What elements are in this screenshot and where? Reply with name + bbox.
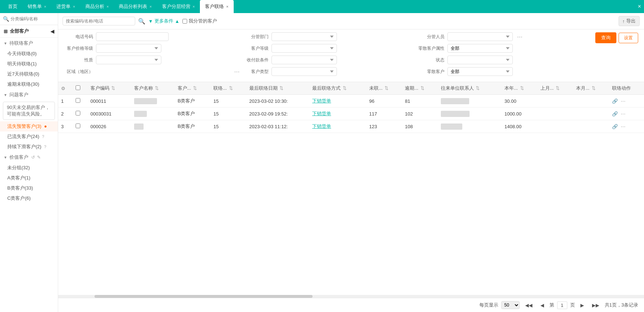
row-checkbox-cell[interactable]	[73, 120, 88, 133]
sidebar-item-overdue-contact[interactable]: 逾期未联络(30)	[0, 79, 58, 89]
query-button[interactable]: 查询	[595, 32, 616, 43]
select-all-checkbox[interactable]	[76, 85, 80, 90]
filter-phone-input[interactable]	[96, 32, 169, 41]
th-this-year[interactable]: 本年... ⇅	[502, 82, 537, 95]
tab-product-analysis-close[interactable]: ×	[106, 4, 109, 9]
th-uncontacted[interactable]: 未联... ⇅	[366, 82, 402, 95]
filter-price-level-select[interactable]	[96, 44, 161, 53]
value-refresh-icon[interactable]: ↺	[31, 155, 35, 160]
tab-customer-contact[interactable]: 客户联络 ×	[200, 0, 233, 13]
last-month-sort-icon[interactable]: ⇅	[556, 85, 560, 91]
row-checkbox-cell[interactable]	[73, 108, 88, 120]
row-checkbox[interactable]	[76, 98, 80, 103]
sidebar-item-churn-warning[interactable]: 流失预警客户(3) ●	[0, 121, 58, 131]
tab-sales[interactable]: 销售单 ×	[23, 0, 51, 13]
name-sort-icon[interactable]: ⇅	[155, 85, 159, 91]
tab-customer-contact-close[interactable]: ×	[226, 4, 228, 9]
th-unit-contacts[interactable]: 往来单位联系人 ⇅	[438, 82, 502, 95]
th-settings[interactable]: ⚙	[58, 82, 73, 95]
next-page-button[interactable]: ▶	[578, 301, 587, 309]
search-button[interactable]: 🔍	[138, 18, 145, 25]
collapse-icon[interactable]: ◀	[51, 29, 54, 34]
search-input[interactable]	[63, 17, 135, 25]
per-page-select[interactable]: 50 20 100	[501, 301, 520, 309]
filter-region-ellipsis[interactable]: ···	[234, 68, 240, 76]
export-button[interactable]: ↑ 导出	[619, 16, 640, 26]
uncontacted-sort-icon[interactable]: ⇅	[385, 85, 389, 91]
this-year-sort-icon[interactable]: ⇅	[520, 85, 524, 91]
last-contact-date-sort-icon[interactable]: ⇅	[279, 85, 283, 91]
my-customers-checkbox-label[interactable]: 我分管的客户	[182, 18, 217, 24]
window-close-button[interactable]: ×	[638, 3, 641, 10]
filter-customer-type-select[interactable]	[271, 67, 337, 76]
row-checkbox[interactable]	[76, 123, 80, 128]
tab-sales-close[interactable]: ×	[44, 4, 46, 9]
th-last-month[interactable]: 上月... ⇅	[538, 82, 573, 95]
tab-purchase-close[interactable]: ×	[73, 4, 75, 9]
sidebar-all-customers[interactable]: ⊞ 全部客户 ◀	[0, 25, 58, 38]
last-contact-method-sort-icon[interactable]: ⇅	[343, 85, 347, 91]
sidebar-section-pending[interactable]: ▼ 待联络客户	[0, 38, 58, 49]
code-sort-icon[interactable]: ⇅	[111, 85, 115, 91]
row-checkbox[interactable]	[76, 111, 80, 116]
th-contact[interactable]: 联络... ⇅	[210, 82, 246, 95]
sidebar-item-class-c[interactable]: C类客户(6)	[0, 193, 58, 203]
gear-icon[interactable]: ⚙	[61, 86, 65, 91]
filter-payment-select[interactable]	[271, 56, 337, 64]
action-more-icon[interactable]: ⋯	[621, 111, 625, 117]
th-last-contact-date[interactable]: 最后联络日期 ⇅	[246, 82, 309, 95]
th-overdue[interactable]: 逾期... ⇅	[402, 82, 438, 95]
tab-customer-segment-close[interactable]: ×	[193, 4, 195, 9]
th-name[interactable]: 客户名称 ⇅	[131, 82, 175, 95]
more-filters-button[interactable]: ▼ 更多条件 ▲	[148, 18, 180, 24]
tab-purchase[interactable]: 进货单 ×	[51, 0, 80, 13]
th-this-month[interactable]: 本月... ⇅	[573, 82, 609, 95]
filter-person-ellipsis[interactable]: ···	[517, 33, 523, 41]
row-last-contact-method[interactable]: 下销货单	[309, 95, 366, 108]
contact-sort-icon[interactable]: ⇅	[229, 85, 233, 91]
contact-method-link[interactable]: 下销货单	[312, 98, 331, 104]
contact-method-link[interactable]: 下销货单	[312, 123, 331, 129]
sidebar-item-week[interactable]: 近7天待联络(0)	[0, 69, 58, 79]
filter-nature-select[interactable]	[96, 56, 161, 64]
first-page-button[interactable]: ◀◀	[523, 301, 535, 309]
filter-retail-attr-select[interactable]: 全部	[447, 44, 513, 53]
value-edit-icon[interactable]: ✎	[37, 155, 41, 160]
tab-home[interactable]: 首页	[3, 0, 23, 13]
overdue-sort-icon[interactable]: ⇅	[420, 85, 424, 91]
row-last-contact-method[interactable]: 下销货单	[309, 108, 366, 120]
tab-customer-segment[interactable]: 客户分层经营 ×	[157, 0, 200, 13]
action-more-icon[interactable]: ⋯	[621, 124, 625, 129]
scrollbar-thumb[interactable]	[94, 295, 313, 298]
sidebar-item-today[interactable]: 今天待联络(0)	[0, 49, 58, 59]
this-month-sort-icon[interactable]: ⇅	[592, 85, 596, 91]
sidebar-section-atrisk[interactable]: ▼ 问题客户	[0, 89, 58, 100]
contact-method-link[interactable]: 下销货单	[312, 111, 331, 116]
type-sort-icon[interactable]: ⇅	[193, 85, 197, 91]
filter-dept-select[interactable]	[271, 32, 337, 41]
th-type[interactable]: 客户... ⇅	[175, 82, 210, 95]
filter-status-select[interactable]	[447, 56, 513, 64]
sidebar-item-unclassified[interactable]: 未分组(32)	[0, 163, 58, 173]
action-link-icon[interactable]: 🔗	[612, 111, 618, 117]
last-page-button[interactable]: ▶▶	[589, 301, 602, 309]
sidebar-item-churned[interactable]: 已流失客户(24) ?	[0, 131, 58, 142]
unit-contacts-sort-icon[interactable]: ⇅	[476, 85, 480, 91]
sidebar-item-tomorrow[interactable]: 明天待联络(1)	[0, 59, 58, 69]
my-customers-checkbox[interactable]	[182, 19, 187, 24]
filter-retail-customer-select[interactable]: 全部	[447, 67, 513, 76]
action-link-icon[interactable]: 🔗	[612, 124, 618, 129]
th-code[interactable]: 客户编码 ⇅	[88, 82, 131, 95]
prev-page-button[interactable]: ◀	[538, 301, 547, 309]
row-last-contact-method[interactable]: 下销货单	[309, 120, 366, 133]
settings-button[interactable]: 设置	[619, 33, 638, 43]
sidebar-item-class-a[interactable]: A类客户(1)	[0, 173, 58, 183]
filter-person-select[interactable]	[447, 32, 513, 41]
action-more-icon[interactable]: ⋯	[621, 98, 625, 104]
tab-product-analysis-list[interactable]: 商品分析列表 ×	[114, 0, 157, 13]
th-checkbox[interactable]	[73, 82, 88, 95]
tab-product-analysis-list-close[interactable]: ×	[149, 4, 152, 9]
action-link-icon[interactable]: 🔗	[612, 98, 618, 104]
sidebar-section-value[interactable]: ▼ 价值客户 ↺ ✎	[0, 152, 58, 163]
sidebar-item-declining[interactable]: 持续下滑客户(2) ?	[0, 142, 58, 152]
